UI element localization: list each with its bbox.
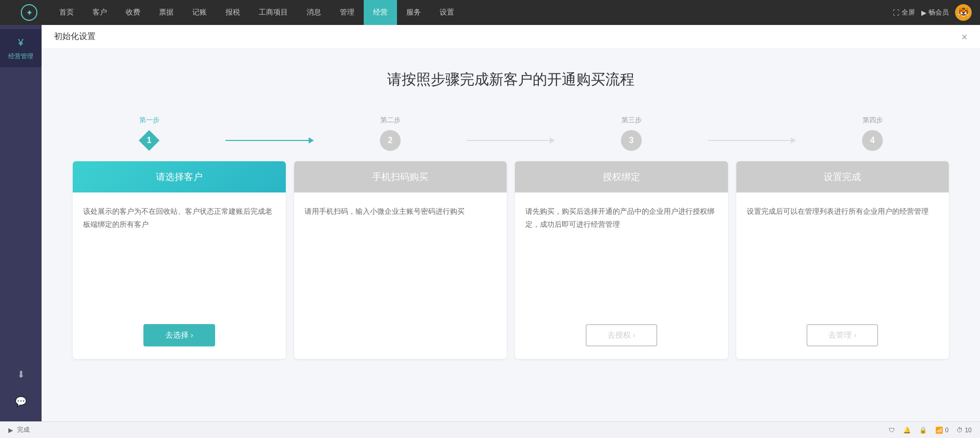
jingying-icon: ¥ — [14, 35, 28, 50]
cards-row: 请选择客户该处展示的客户为不在回收站、客户状态正常建账后完成老板端绑定的所有客户… — [73, 161, 949, 359]
nav-item-消息[interactable]: 消息 — [297, 0, 330, 25]
card-body-3: 请先购买，购买后选择开通的产品中的企业用户进行授权绑定，成功后即可进行经营管理 — [515, 192, 728, 324]
step-group-4: 第四步4 — [796, 115, 949, 151]
fullscreen-button[interactable]: ⛶ 全屏 — [893, 8, 915, 17]
nav-item-报税[interactable]: 报税 — [216, 0, 249, 25]
page-title: 初始化设置 — [54, 31, 96, 42]
step-group-1: 第一步1 — [73, 115, 226, 151]
time-status: ⏱ 10 — [957, 427, 972, 434]
step-connector-1 — [226, 123, 314, 144]
card-header-3: 授权绑定 — [515, 161, 728, 192]
step-group-3: 第三步3 — [555, 115, 708, 151]
download-icon: ⬇ — [14, 367, 28, 382]
wizard-area: 请按照步骤完成新客户的开通购买流程 第一步1第二步2第三步3第四步4 请选择客户… — [42, 49, 980, 421]
status-bar: ▶ 完成 🛡 🔔 🔒 📶 0 ⏱ 10 — [0, 421, 980, 438]
support-icon: 💬 — [14, 394, 28, 409]
status-bar-right: 🛡 🔔 🔒 📶 0 ⏱ 10 — [889, 427, 972, 434]
bell-icon[interactable]: 🔔 — [903, 427, 911, 434]
step-label-1: 第一步 — [139, 115, 160, 125]
fullscreen-label: 全屏 — [902, 8, 915, 17]
fullscreen-icon: ⛶ — [893, 9, 899, 17]
step-circle-1: 1 — [139, 130, 160, 151]
card-footer-4: 去管理 › — [736, 324, 949, 359]
member-label: 畅会员 — [929, 8, 949, 17]
nav-item-经营[interactable]: 经营 — [364, 0, 397, 25]
network-status: 📶 0 — [935, 427, 948, 434]
wizard-title: 请按照步骤完成新客户的开通购买流程 — [387, 70, 634, 89]
main-content: 初始化设置 × 请按照步骤完成新客户的开通购买流程 第一步1第二步2第三步3第四… — [42, 25, 980, 421]
card-btn-3: 去授权 › — [586, 324, 657, 346]
play-icon: ▶ — [921, 9, 926, 17]
step-connector-2 — [467, 123, 555, 144]
shield-icon[interactable]: 🛡 — [889, 427, 895, 434]
step-circle-3: 3 — [621, 130, 642, 151]
sidebar: ¥ 经营管理 ⬇ 💬 — [0, 25, 42, 421]
nav-item-管理[interactable]: 管理 — [330, 0, 364, 25]
card-btn-4: 去管理 › — [806, 324, 878, 346]
nav-item-票据[interactable]: 票据 — [150, 0, 183, 25]
card-footer-1: 去选择 › — [73, 324, 286, 359]
sidebar-bottom: ⬇ 💬 — [0, 361, 42, 421]
nav-right: ⛶ 全屏 ▶ 畅会员 🐯 — [893, 4, 972, 21]
card-header-2: 手机扫码购买 — [294, 161, 507, 192]
sidebar-item-jingying[interactable]: ¥ 经营管理 — [0, 29, 42, 67]
nav-item-工商项目[interactable]: 工商项目 — [249, 0, 297, 25]
card-header-1: 请选择客户 — [73, 161, 286, 192]
card-footer-3: 去授权 › — [515, 324, 728, 359]
close-button[interactable]: × — [961, 32, 968, 42]
step-card-3: 授权绑定请先购买，购买后选择开通的产品中的企业用户进行授权绑定，成功后即可进行经… — [515, 161, 728, 359]
sidebar-item-label: 经营管理 — [8, 52, 33, 61]
page-header: 初始化设置 × — [42, 25, 980, 49]
step-circle-4: 4 — [862, 130, 883, 151]
sidebar-item-support[interactable]: 💬 — [0, 388, 42, 415]
member-button[interactable]: ▶ 畅会员 — [921, 8, 949, 17]
card-btn-1[interactable]: 去选择 › — [143, 324, 215, 346]
card-body-4: 设置完成后可以在管理列表进行所有企业用户的经营管理 — [736, 192, 949, 324]
card-header-4: 设置完成 — [736, 161, 949, 192]
user-avatar[interactable]: 🐯 — [955, 4, 972, 21]
step-card-4: 设置完成设置完成后可以在管理列表进行所有企业用户的经营管理去管理 › — [736, 161, 949, 359]
step-card-1: 请选择客户该处展示的客户为不在回收站、客户状态正常建账后完成老板端绑定的所有客户… — [73, 161, 286, 359]
nav-item-设置[interactable]: 设置 — [430, 0, 463, 25]
step-connector-3 — [708, 123, 796, 144]
step-group-2: 第二步2 — [314, 115, 467, 151]
step-circle-2: 2 — [380, 130, 401, 151]
logo: ✦ — [8, 4, 50, 21]
step-label-2: 第二步 — [380, 115, 401, 125]
top-nav: ✦ 首页客户收费票据记账报税工商项目消息管理经营服务设置 ⛶ 全屏 ▶ 畅会员 … — [0, 0, 980, 25]
logo-icon: ✦ — [21, 4, 37, 21]
status-text: 完成 — [17, 426, 30, 434]
nav-item-服务[interactable]: 服务 — [397, 0, 430, 25]
nav-item-首页[interactable]: 首页 — [50, 0, 83, 25]
steps-row: 第一步1第二步2第三步3第四步4 — [73, 115, 949, 151]
card-body-1: 该处展示的客户为不在回收站、客户状态正常建账后完成老板端绑定的所有客户 — [73, 192, 286, 324]
card-body-2: 请用手机扫码，输入小微企业主账号密码进行购买 — [294, 192, 507, 359]
nav-item-客户[interactable]: 客户 — [83, 0, 116, 25]
step-label-3: 第三步 — [621, 115, 642, 125]
play-btn[interactable]: ▶ — [8, 427, 13, 434]
main-layout: ¥ 经营管理 ⬇ 💬 初始化设置 × 请按照步骤完成新客户的开通购买流程 第一步… — [0, 25, 980, 421]
sidebar-item-download[interactable]: ⬇ — [0, 361, 42, 388]
nav-items: 首页客户收费票据记账报税工商项目消息管理经营服务设置 — [50, 0, 893, 25]
nav-item-收费[interactable]: 收费 — [116, 0, 150, 25]
step-card-2: 手机扫码购买请用手机扫码，输入小微企业主账号密码进行购买 — [294, 161, 507, 359]
step-label-4: 第四步 — [863, 115, 883, 125]
lock-icon[interactable]: 🔒 — [919, 427, 927, 434]
nav-item-记账[interactable]: 记账 — [183, 0, 216, 25]
